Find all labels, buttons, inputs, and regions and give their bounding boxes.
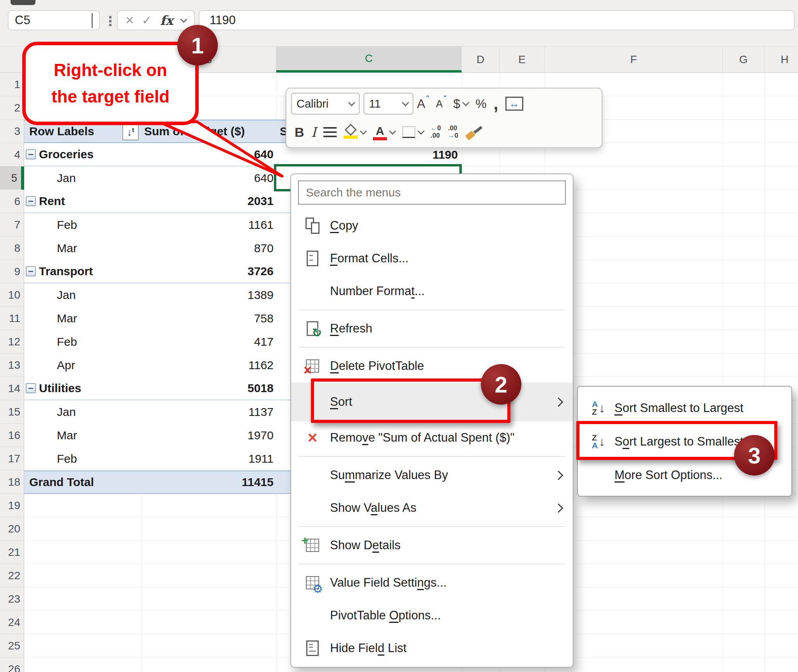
column-header-F[interactable]: F xyxy=(545,46,723,73)
collapse-icon[interactable]: − xyxy=(26,196,36,206)
row-header-21[interactable]: 21 xyxy=(0,541,24,564)
collapse-icon[interactable]: − xyxy=(26,266,36,276)
row-header-6[interactable]: 6 xyxy=(0,190,24,213)
enter-icon[interactable]: ✓ xyxy=(142,13,152,28)
row-header-15[interactable]: 15 xyxy=(0,400,24,424)
row-label: Mar xyxy=(57,429,77,442)
menu-item-sort-smallest-to-largest[interactable]: AZ↓Sort Smallest to Largest xyxy=(578,391,791,425)
refresh-icon: ↻ xyxy=(301,321,324,336)
step-1-badge: 1 xyxy=(177,25,218,65)
row-headers: 1234567891011121314151617181920212223242… xyxy=(0,73,24,672)
row-header-3[interactable]: 3 xyxy=(0,120,24,143)
row-label: Feb xyxy=(57,218,77,232)
decrease-font-size-button[interactable]: Aˇ xyxy=(433,93,450,115)
borders-button[interactable] xyxy=(399,121,427,143)
menu-item-number-format[interactable]: Number Format... xyxy=(291,275,573,308)
menu-item-delete-pivottable[interactable]: ×Delete PivotTable xyxy=(291,350,573,382)
row-header-16[interactable]: 16 xyxy=(0,424,24,447)
increase-font-size-button[interactable]: Aˆ xyxy=(413,93,433,115)
bold-button[interactable]: B xyxy=(291,121,308,143)
copy-icon xyxy=(301,218,324,234)
row-label: Grand Total xyxy=(29,476,94,489)
step-2-badge: 2 xyxy=(481,364,521,405)
row-header-1[interactable]: 1 xyxy=(0,73,24,96)
menu-item-refresh[interactable]: ↻Refresh xyxy=(291,312,573,345)
row-header-17[interactable]: 17 xyxy=(0,447,24,470)
column-header-H[interactable]: H xyxy=(764,46,798,73)
menu-item-pivottable-options[interactable]: PivotTable Options... xyxy=(291,599,573,632)
row-header-19[interactable]: 19 xyxy=(0,494,24,517)
fill-color-button[interactable] xyxy=(340,121,369,143)
row-header-8[interactable]: 8 xyxy=(0,237,24,260)
menu-item-label: Value Field Settings... xyxy=(330,576,447,590)
menu-item-show-details[interactable]: +Show Details xyxy=(291,529,573,562)
merge-cells-button[interactable]: ↔ xyxy=(502,93,527,115)
budget-value: 2031 xyxy=(157,195,274,208)
font-size-combo[interactable]: 11 xyxy=(364,93,413,115)
row-header-2[interactable]: 2 xyxy=(0,96,24,120)
collapse-icon[interactable]: − xyxy=(26,149,36,159)
row-header-20[interactable]: 20 xyxy=(0,517,24,541)
menu-item-label: Show Values As xyxy=(330,501,417,515)
row-labels-header: Row Labels xyxy=(29,125,94,138)
format-painter-button[interactable] xyxy=(462,121,484,143)
accounting-format-button[interactable]: $ xyxy=(450,93,472,115)
hide-field-list-icon xyxy=(301,640,324,656)
decrease-decimal-button[interactable]: ←0.00 xyxy=(427,121,444,143)
row-header-10[interactable]: 10 xyxy=(0,283,24,307)
collapse-icon[interactable]: − xyxy=(26,383,36,393)
row-header-13[interactable]: 13 xyxy=(0,354,24,377)
row-label: Utilities xyxy=(39,382,81,395)
row-header-12[interactable]: 12 xyxy=(0,330,24,354)
alignment-button[interactable] xyxy=(320,121,340,143)
menu-item-summarize-values-by[interactable]: Summarize Values By xyxy=(291,459,573,492)
column-header-G[interactable]: G xyxy=(723,46,764,73)
insert-function-icon[interactable]: fx xyxy=(160,13,173,28)
menu-item-copy[interactable]: Copy xyxy=(291,209,573,242)
row-header-18[interactable]: 18 xyxy=(0,470,24,494)
column-header-D[interactable]: D xyxy=(462,46,500,73)
menu-item-label: Summarize Values By xyxy=(330,468,448,482)
menu-item-remove-field[interactable]: ×Remove "Sum of Actual Spent ($)" xyxy=(291,421,573,454)
row-header-22[interactable]: 22 xyxy=(0,564,24,587)
menu-item-label: More Sort Options... xyxy=(614,468,722,482)
percent-style-button[interactable]: % xyxy=(472,93,490,115)
budget-value: 758 xyxy=(157,312,274,325)
menu-item-value-field-settings[interactable]: ⚙Value Field Settings... xyxy=(291,566,573,599)
row-header-26[interactable]: 26 xyxy=(0,658,24,672)
font-color-button[interactable]: A xyxy=(369,121,399,143)
menu-item-label: PivotTable Options... xyxy=(330,608,441,622)
row-header-11[interactable]: 11 xyxy=(0,307,24,330)
chevron-down-icon[interactable] xyxy=(180,16,187,23)
search-input[interactable] xyxy=(298,180,566,205)
row-header-4[interactable]: 4 xyxy=(0,143,24,166)
column-header-E[interactable]: E xyxy=(500,46,545,73)
comma-style-button[interactable]: , xyxy=(490,93,502,115)
budget-value: 1137 xyxy=(157,405,274,419)
italic-button[interactable]: I xyxy=(308,121,320,143)
menu-item-format-cells[interactable]: Format Cells... xyxy=(291,242,573,275)
font-name-combo[interactable]: Calibri xyxy=(291,93,360,115)
row-labels-filter-button[interactable]: ↓t xyxy=(122,124,139,140)
column-header-C[interactable]: C xyxy=(276,46,462,73)
name-box[interactable]: C5 xyxy=(8,10,100,30)
row-header-23[interactable]: 23 xyxy=(0,587,24,611)
cancel-icon[interactable]: × xyxy=(125,12,134,28)
budget-value: 1970 xyxy=(157,429,274,442)
row-header-24[interactable]: 24 xyxy=(0,611,24,634)
row-label: Jan xyxy=(57,172,76,185)
row-header-9[interactable]: 9 xyxy=(0,260,24,283)
row-header-7[interactable]: 7 xyxy=(0,213,24,237)
row-header-5[interactable]: 5 xyxy=(0,166,24,190)
formula-bar-input[interactable]: 1190 xyxy=(199,10,795,30)
menu-item-hide-field-list[interactable]: Hide Field List xyxy=(291,632,573,665)
menu-item-label: Show Details xyxy=(330,538,401,552)
row-header-14[interactable]: 14 xyxy=(0,377,24,400)
budget-value: 640 xyxy=(157,172,274,185)
menu-item-label: Format Cells... xyxy=(330,251,409,265)
row-header-25[interactable]: 25 xyxy=(0,634,24,658)
chevron-down-icon[interactable] xyxy=(92,13,93,28)
menu-item-show-values-as[interactable]: Show Values As xyxy=(291,492,573,524)
increase-decimal-button[interactable]: .00→0 xyxy=(444,121,461,143)
budget-column-header: Sum of Budget ($) xyxy=(144,125,245,138)
